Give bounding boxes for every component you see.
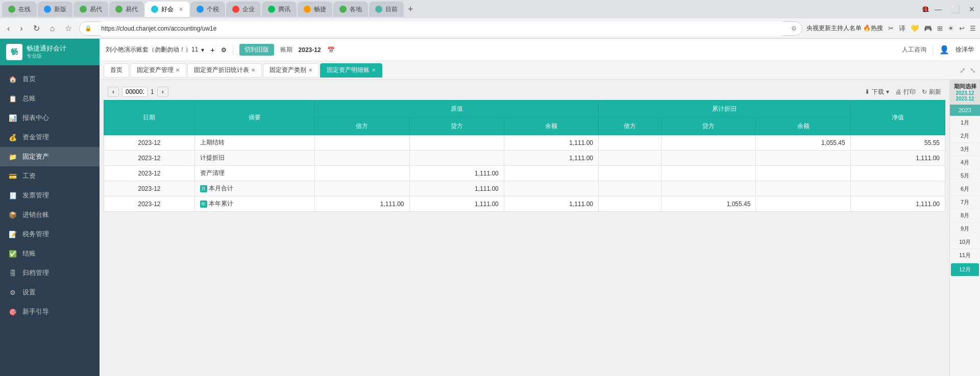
settings-config-icon[interactable]: ⚙ <box>221 46 227 54</box>
tab-close-icon[interactable]: ✕ <box>179 6 183 13</box>
address-bar-input[interactable] <box>95 21 788 36</box>
browser-tab-gedi[interactable]: 各地 <box>333 2 368 17</box>
back-button[interactable]: ‹ <box>4 23 13 34</box>
period-item-8[interactable]: 8月 <box>950 209 980 222</box>
tab-favicon <box>80 6 87 13</box>
invoice-icon: 🧾 <box>8 191 17 200</box>
close-window-button[interactable]: ✕ <box>966 4 978 14</box>
sidebar-item-payroll[interactable]: 💳 工资 <box>0 166 100 186</box>
period-item-11[interactable]: 11月 <box>950 249 980 262</box>
page-tab-close-icon[interactable]: ✕ <box>176 67 180 73</box>
maximize-page-icon[interactable]: ⤡ <box>970 66 976 74</box>
tab-label: 企业 <box>242 5 255 14</box>
cell-orig-credit: 1,111.00 <box>409 196 504 212</box>
cell-orig-balance: 1,111.00 <box>504 151 598 166</box>
sidebar-item-close-period[interactable]: ✅ 结账 <box>0 244 100 263</box>
print-button[interactable]: 🖨 打印 <box>895 88 916 96</box>
period-item-year[interactable]: 2023 <box>950 105 980 116</box>
sidebar-item-invoice[interactable]: 🧾 发票管理 <box>0 186 100 205</box>
user-company-selector[interactable]: 刘小艳演示账套（勿删勿动！）11 ▾ <box>106 45 204 54</box>
browser-tab-yidai2[interactable]: 易代 <box>109 2 144 17</box>
sidebar-title: 畅捷通好会计 <box>27 44 66 53</box>
th-net-value: 净值 <box>850 101 945 135</box>
period-item-2[interactable]: 2月 <box>950 130 980 143</box>
browser-tab-xinban[interactable]: 新版 <box>38 2 72 17</box>
sidebar-item-reports[interactable]: 📊 报表中心 <box>0 108 100 128</box>
browser-tab-zaixian[interactable]: 在线 <box>2 2 37 17</box>
sidebar-item-settings[interactable]: ⚙ 设置 <box>0 283 100 302</box>
username-label[interactable]: 徐泽华 <box>955 45 974 54</box>
sidebar-item-purchase-sales[interactable]: 📦 进销台账 <box>0 205 100 224</box>
page-tab-home[interactable]: 首页 <box>104 63 129 78</box>
th-original-value: 原值 <box>315 101 599 118</box>
tab-label: 腾讯 <box>278 5 290 14</box>
restore-page-icon[interactable]: ⤢ <box>960 66 966 74</box>
period-item-5[interactable]: 5月 <box>950 169 980 183</box>
cell-summary: 上期结转 <box>194 135 314 151</box>
sidebar-subtitle: 专业版 <box>27 53 66 60</box>
period-item-1[interactable]: 1月 <box>950 116 980 130</box>
switch-version-button[interactable]: 切到旧版 <box>239 44 274 56</box>
home-button[interactable]: ⌂ <box>47 23 58 34</box>
download-button[interactable]: ⬇ 下载 ▾ <box>865 88 889 96</box>
extensions-icon: ⚙ <box>791 25 797 32</box>
period-item-12[interactable]: 12月 <box>951 263 979 277</box>
page-number-input[interactable] <box>122 87 148 97</box>
page-tab-close-icon[interactable]: ✕ <box>308 67 312 73</box>
forward-button[interactable]: › <box>17 23 26 34</box>
browser-tab-changjie[interactable]: 畅捷 <box>298 2 332 17</box>
sidebar-item-ledger[interactable]: 📋 总账 <box>0 89 100 108</box>
period-item-3[interactable]: 3月 <box>950 143 980 156</box>
brightness-icon: ☀ <box>948 24 954 32</box>
restore-button[interactable]: ⬜ <box>948 4 963 14</box>
page-tab-depreciation-stats[interactable]: 固定资产折旧统计表 ✕ <box>187 63 262 78</box>
prev-page-button[interactable]: ‹ <box>108 87 119 97</box>
sidebar-item-funds[interactable]: 💰 资金管理 <box>0 128 100 147</box>
cell-depr-debit <box>599 166 662 181</box>
support-btn[interactable]: 人工咨询 <box>902 45 926 54</box>
browser-tab-haohui[interactable]: 好会 ✕ <box>145 2 189 17</box>
reports-icon: 📊 <box>8 113 17 122</box>
sidebar-item-home[interactable]: 🏠 首页 <box>0 69 100 89</box>
sidebar: 畅 畅捷通好会计 专业版 🏠 首页 📋 总账 📊 报表中心 💰 资金管理 <box>0 39 100 376</box>
minimize-button[interactable]: — <box>932 4 945 14</box>
period-item-4[interactable]: 4月 <box>950 156 980 169</box>
sidebar-item-archive[interactable]: 🗄 归档管理 <box>0 263 100 283</box>
period-item-9[interactable]: 9月 <box>950 222 980 236</box>
summary-icon: 月 <box>200 185 207 192</box>
next-page-button[interactable]: › <box>157 87 168 97</box>
th-date: 日期 <box>104 101 195 135</box>
page-tab-fixed-asset-mgmt[interactable]: 固定资产管理 ✕ <box>130 63 186 78</box>
sidebar-item-fixed-assets[interactable]: 📁 固定资产 <box>0 147 100 166</box>
sidebar-item-tax[interactable]: 📝 税务管理 <box>0 224 100 244</box>
reload-button[interactable]: ↻ <box>30 22 43 34</box>
pagination: ‹ 1 › <box>108 87 168 97</box>
browser-tab-tengxun[interactable]: 腾讯 <box>262 2 297 17</box>
new-tab-button[interactable]: + <box>405 4 416 15</box>
tax-icon: 📝 <box>8 230 17 239</box>
add-company-button[interactable]: + <box>210 46 214 54</box>
page-tab-asset-category[interactable]: 固定资产类别 ✕ <box>263 63 319 78</box>
tab-label: 新版 <box>54 5 66 14</box>
page-tab-close-icon[interactable]: ✕ <box>372 67 376 73</box>
sidebar-item-guide[interactable]: 🎯 新手引导 <box>0 302 100 321</box>
avatar: 👤 <box>939 45 949 55</box>
cell-orig-balance <box>504 181 598 196</box>
grid-icon: ⊞ <box>937 24 943 32</box>
page-tab-close-icon[interactable]: ✕ <box>251 67 255 73</box>
browser-tab-qiye[interactable]: 企业 <box>226 2 261 17</box>
browser-tab-geshui[interactable]: 个税 <box>190 2 225 17</box>
period-date-1: 2023.12 <box>952 90 978 96</box>
bookmark-button[interactable]: ☆ <box>62 22 75 34</box>
browser-tab-muqian[interactable]: 目前 <box>369 2 404 17</box>
tab-favicon <box>8 6 15 13</box>
th-orig-balance: 余额 <box>504 118 598 135</box>
page-tab-asset-detail-ledger[interactable]: 固定资产明细账 ✕ <box>320 63 382 78</box>
period-item-10[interactable]: 10月 <box>950 236 980 249</box>
page-tab-label: 固定资产明细账 <box>327 66 370 74</box>
period-item-6[interactable]: 6月 <box>950 183 980 196</box>
browser-tab-yidai1[interactable]: 易代 <box>74 2 108 17</box>
refresh-button[interactable]: ↻ 刷新 <box>922 88 941 96</box>
cell-summary: 年本年累计 <box>194 196 314 212</box>
period-item-7[interactable]: 7月 <box>950 196 980 209</box>
